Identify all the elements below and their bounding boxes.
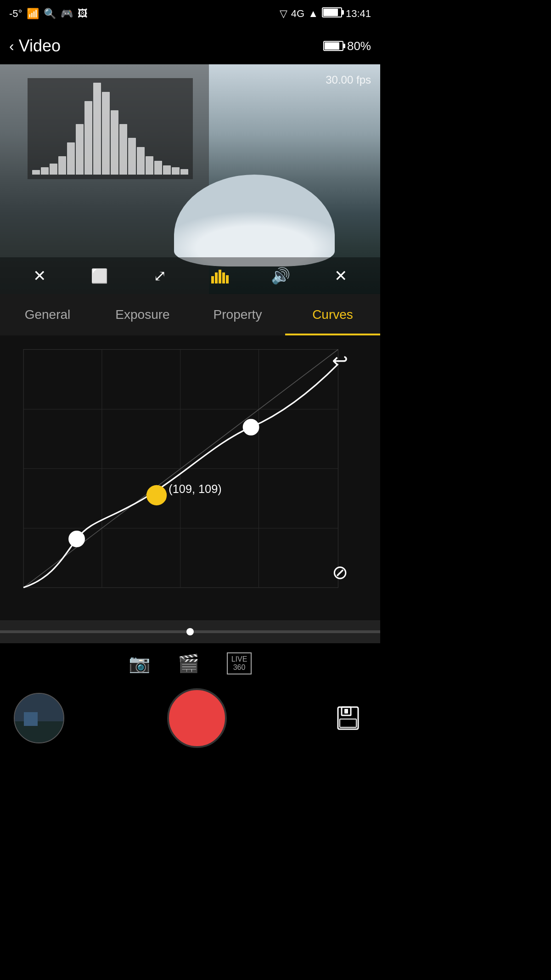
tab-general[interactable]: General (0, 294, 95, 335)
histogram-bar (163, 165, 171, 175)
status-left: -5° 📶 🔍 🎮 🖼 (9, 8, 88, 20)
histogram-overlay (28, 78, 193, 179)
search-icon: 🔍 (44, 8, 56, 20)
top-bar: ‹ Video 80% (0, 28, 380, 64)
page-title: Video (19, 36, 61, 56)
camera-icon: 📷 (129, 653, 150, 674)
histogram-bar (67, 142, 75, 175)
histogram-bar (76, 124, 84, 175)
histogram-bar (58, 156, 66, 175)
volume-button[interactable]: 🔊 (269, 264, 292, 287)
video-controls: ✕ ⬜ ⤢ 🔊 ✕ (0, 257, 380, 294)
back-button[interactable]: ‹ (9, 38, 14, 55)
svg-rect-3 (222, 272, 225, 283)
thumbnail[interactable] (14, 693, 64, 743)
live360-label: LIVE 360 (227, 652, 252, 674)
curve-point-3[interactable] (243, 419, 259, 435)
svg-rect-4 (226, 275, 229, 283)
photo-mode-button[interactable]: 📷 (129, 653, 150, 674)
top-bar-left: ‹ Video (9, 36, 61, 56)
timeline-playhead[interactable] (186, 628, 194, 635)
image-icon: 🖼 (78, 8, 88, 20)
curve-point-2-active[interactable] (147, 486, 166, 505)
video-icon: 🎬 (178, 653, 199, 674)
action-row (0, 684, 380, 762)
histogram-button[interactable] (209, 264, 232, 287)
save-button[interactable] (330, 700, 366, 736)
svg-rect-18 (340, 719, 356, 727)
record-button[interactable] (167, 688, 227, 748)
histogram-bar (180, 169, 188, 175)
timeline[interactable] (0, 620, 380, 643)
histogram-bar (146, 156, 153, 175)
histogram-bar (84, 101, 92, 175)
histogram-bar (154, 161, 162, 175)
bottom-controls: 📷 🎬 LIVE 360 (0, 643, 380, 766)
curves-canvas: (109, 109) ↩ ⊘ (14, 345, 353, 597)
svg-rect-14 (15, 721, 64, 743)
curves-area: (109, 109) ↩ ⊘ (0, 335, 380, 620)
tab-property[interactable]: Property (190, 294, 285, 335)
status-right: ▽ 4G ▲ 13:41 (280, 7, 371, 20)
signal-icon: ▽ (280, 8, 287, 20)
mode-row: 📷 🎬 LIVE 360 (0, 652, 380, 674)
wifi-icon: 📶 (27, 8, 39, 20)
svg-rect-2 (219, 270, 221, 283)
histogram-bar (102, 92, 110, 175)
live360-mode-button[interactable]: LIVE 360 (227, 652, 252, 674)
app-icon-1: 🎮 (61, 8, 73, 20)
curves-svg: (109, 109) (14, 345, 353, 597)
histogram-bar (119, 124, 127, 175)
reset-button[interactable]: ⊘ (332, 561, 348, 583)
network-label: 4G (291, 8, 304, 20)
tab-exposure[interactable]: Exposure (95, 294, 190, 335)
histogram-bar (137, 147, 145, 175)
svg-rect-0 (211, 276, 214, 283)
histogram-bar (172, 167, 180, 175)
timeline-bar[interactable] (0, 630, 380, 633)
histogram-bar (32, 170, 40, 175)
battery-top: 80% (323, 39, 371, 53)
histogram-bar (50, 164, 57, 175)
close-button[interactable]: ✕ (329, 264, 352, 287)
temperature: -5° (9, 8, 22, 20)
time-display: 13:41 (346, 8, 371, 20)
svg-rect-1 (215, 272, 218, 283)
histogram-bar (41, 167, 49, 175)
signal-bars-icon: ▲ (308, 8, 318, 20)
histogram-bar (93, 83, 101, 175)
undo-button[interactable]: ↩ (332, 349, 348, 372)
battery-status (322, 7, 342, 20)
status-bar: -5° 📶 🔍 🎮 🖼 ▽ 4G ▲ 13:41 (0, 0, 380, 28)
histogram-bar (128, 138, 136, 175)
expand-button[interactable]: ⤢ (148, 264, 171, 287)
svg-rect-15 (24, 712, 38, 726)
vr-button[interactable]: ⬜ (88, 264, 111, 287)
tab-curves[interactable]: Curves (285, 294, 380, 335)
crosshair-button[interactable]: ✕ (28, 264, 51, 287)
video-mode-button[interactable]: 🎬 (178, 653, 199, 674)
fps-label: 30.00 fps (326, 74, 371, 86)
svg-rect-19 (344, 709, 348, 714)
tabs-bar: General Exposure Property Curves (0, 294, 380, 335)
video-area: 30.00 fps ✕ ⬜ ⤢ 🔊 ✕ (0, 64, 380, 294)
battery-percent: 80% (347, 39, 371, 53)
histogram-bar (111, 110, 118, 175)
curve-point-1[interactable] (69, 531, 84, 547)
curve-point-label: (109, 109) (169, 482, 221, 495)
